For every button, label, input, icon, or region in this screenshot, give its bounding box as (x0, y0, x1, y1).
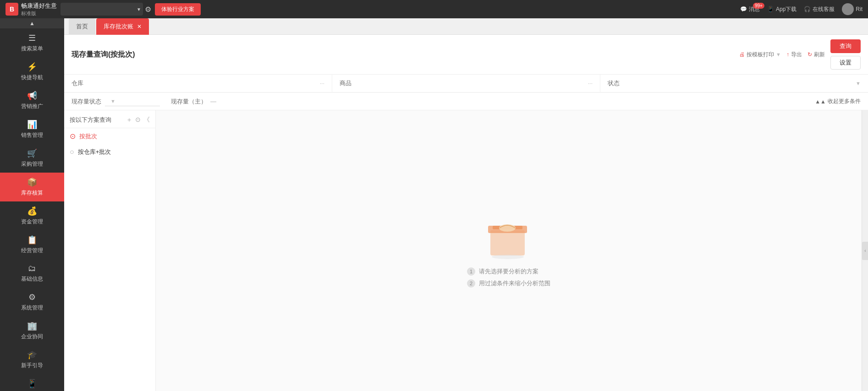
stock-qty-dash: — (210, 98, 216, 105)
tab-batch-close-icon[interactable]: ✕ (137, 23, 142, 30)
sidebar-label-operation: 经营管理 (21, 247, 43, 255)
refresh-button[interactable]: ↻ 刷新 (808, 51, 825, 59)
scheme-label-by-warehouse-batch: 按仓库+批次 (78, 148, 111, 156)
collapse-button[interactable]: ▲▲ 收起更多条件 (815, 98, 861, 105)
hint-item-1: 1 请先选择要分析的方案 (467, 267, 550, 276)
stock-status-dropdown-icon[interactable]: ▼ (110, 98, 115, 104)
operation-icon: 📋 (27, 235, 37, 245)
stock-qty-label: 现存量（主） (171, 98, 207, 106)
message-icon: 💬 (740, 6, 747, 12)
tab-home[interactable]: 首页 (69, 18, 95, 35)
print-dropdown-icon[interactable]: ▼ (776, 52, 781, 57)
empty-state-illustration (481, 214, 536, 260)
app-download-item[interactable]: 📱 App下载 (767, 5, 797, 13)
add-scheme-icon[interactable]: ＋ (126, 116, 132, 124)
sidebar-item-guide[interactable]: 🎓 新手引导 (0, 345, 64, 374)
warehouse-more-icon[interactable]: ··· (320, 80, 324, 87)
sidebar-label-enterprise: 企业协同 (21, 333, 43, 341)
system-icon: ⚙ (28, 292, 36, 302)
sidebar-label-quick: 快捷导航 (21, 74, 43, 81)
goods-more-icon[interactable]: ··· (588, 80, 593, 87)
sidebar-item-apps[interactable]: 📱 应用中心 (0, 374, 64, 391)
export-icon: ↑ (786, 51, 789, 58)
search-input[interactable] (60, 3, 143, 16)
user-avatar-item[interactable]: Rit (842, 3, 863, 15)
logo-icon: B (5, 3, 18, 16)
collapse-up-icon: ▲▲ (815, 98, 826, 105)
sidebar-label-sales: 销售管理 (21, 131, 43, 139)
scheme-collapse-icon[interactable]: 《 (143, 116, 150, 124)
hint-text-2: 用过滤条件来缩小分析范围 (479, 279, 550, 288)
sidebar-label-finance: 资金管理 (21, 218, 43, 226)
sidebar-item-inventory[interactable]: 📦 库存核算 (0, 173, 64, 201)
sidebar-item-quick[interactable]: ⚡ 快捷导航 (0, 57, 64, 86)
sidebar-scroll-up[interactable]: ▲ (0, 18, 64, 28)
header-left: B 畅康通好生意 标准版 ▼ ⚙ 体验行业方案 (5, 2, 201, 17)
sidebar-label-basic: 基础信息 (21, 275, 43, 283)
print-label: 按模板打印 (747, 51, 774, 59)
settings-button[interactable]: 设置 (830, 56, 861, 70)
sidebar-item-sales[interactable]: 📊 销售管理 (0, 115, 64, 144)
stock-status-select[interactable]: ▼ (105, 97, 160, 106)
filter-goods-col: 商品 ··· (332, 75, 600, 92)
svg-point-4 (492, 255, 524, 259)
warehouse-filter-input[interactable] (93, 80, 316, 87)
scheme-item-by-warehouse-batch[interactable]: ○ 按仓库+批次 (64, 144, 155, 160)
header-right: 💬 消息 99+ 📱 App下载 🎧 在线客服 Rit (740, 3, 863, 15)
status-filter-input[interactable] (630, 80, 852, 87)
page-content: 现存量查询(按批次) 🖨 按模板打印 ▼ ↑ 导出 ↻ 刷新 (64, 35, 868, 391)
logo-area: B 畅康通好生意 标准版 (5, 2, 57, 17)
export-button[interactable]: ↑ 导出 (786, 51, 802, 59)
sidebar-item-operation[interactable]: 📋 经营管理 (0, 230, 64, 259)
message-nav-item[interactable]: 💬 消息 99+ (740, 5, 760, 13)
sidebar-label-guide: 新手引导 (21, 362, 43, 369)
scheme-item-by-batch[interactable]: ⊙ 按批次 (64, 128, 155, 144)
app-header: B 畅康通好生意 标准版 ▼ ⚙ 体验行业方案 💬 消息 99+ 📱 App下载… (0, 0, 868, 18)
status-dropdown-icon[interactable]: ▼ (856, 81, 861, 86)
svg-rect-0 (490, 230, 525, 255)
basic-icon: 🗂 (28, 264, 36, 273)
scheme-label-by-batch: 按批次 (79, 132, 97, 141)
customer-service-item[interactable]: 🎧 在线客服 (804, 5, 835, 13)
sidebar-item-finance[interactable]: 💰 资金管理 (0, 201, 64, 230)
scheme-active-icon: ⊙ (70, 132, 76, 141)
warehouse-filter-label: 仓库 (71, 79, 90, 87)
empty-state: 1 请先选择要分析的方案 2 用过滤条件来缩小分析范围 (467, 214, 550, 288)
company-name: 畅康通好生意 (21, 2, 57, 10)
app-download-label: App下载 (776, 5, 797, 13)
goods-filter-input[interactable] (362, 80, 584, 87)
content-area: 首页 库存批次账 ✕ 现存量查询(按批次) 🖨 按模板打印 ▼ ↑ (64, 18, 868, 391)
goods-filter-label: 商品 (340, 79, 358, 87)
quick-icon: ⚡ (27, 62, 37, 72)
enterprise-icon: 🏢 (27, 321, 37, 331)
search-dropdown-icon[interactable]: ▼ (137, 7, 141, 12)
sidebar-label-purchase: 采购管理 (21, 160, 43, 168)
query-button[interactable]: 查询 (830, 39, 861, 53)
sidebar-label-search: 搜索菜单 (21, 45, 43, 53)
header-settings-icon[interactable]: ⚙ (145, 5, 151, 14)
sidebar-item-purchase[interactable]: 🛒 采购管理 (0, 144, 64, 173)
sidebar-item-marketing[interactable]: 📢 营销推广 (0, 86, 64, 115)
refresh-label: 刷新 (814, 51, 825, 59)
trial-button[interactable]: 体验行业方案 (155, 3, 201, 16)
left-panel-title: 按以下方案查询 (70, 116, 111, 124)
empty-box-svg (481, 214, 536, 260)
sidebar-item-system[interactable]: ⚙ 系统管理 (0, 288, 64, 316)
guide-icon: 🎓 (27, 350, 37, 360)
inventory-icon: 📦 (27, 177, 37, 187)
apps-icon: 📱 (27, 379, 37, 389)
sidebar-label-marketing: 营销推广 (21, 103, 43, 110)
print-button[interactable]: 🖨 按模板打印 ▼ (739, 51, 781, 59)
stock-status-field: 现存量状态 ▼ (71, 97, 160, 106)
right-sidebar-toggle[interactable]: ‹ (862, 242, 868, 260)
sales-icon: 📊 (27, 119, 37, 130)
scheme-settings-icon[interactable]: ⊙ (135, 116, 141, 124)
tab-batch[interactable]: 库存批次账 ✕ (96, 18, 149, 35)
customer-service-label: 在线客服 (813, 5, 835, 13)
filter-panel: 仓库 ··· 商品 ··· 状态 ▼ (64, 75, 868, 110)
sidebar-item-enterprise[interactable]: 🏢 企业协同 (0, 316, 64, 345)
hint-num-1: 1 (467, 267, 475, 276)
app-download-icon: 📱 (767, 6, 774, 12)
sidebar-item-basic[interactable]: 🗂 基础信息 (0, 259, 64, 288)
sidebar-item-search[interactable]: ☰ 搜索菜单 (0, 28, 64, 57)
